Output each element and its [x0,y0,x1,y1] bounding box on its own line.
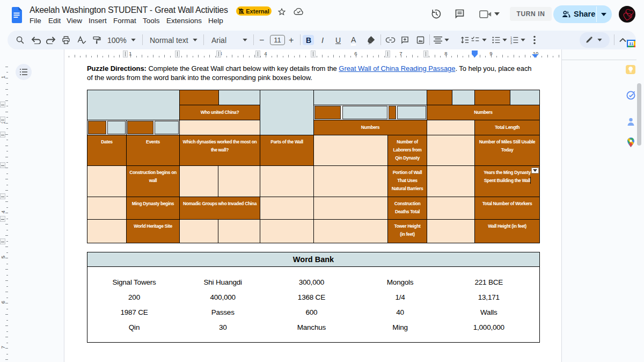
svg-text:A: A [628,15,631,19]
svg-text:L: L [625,10,628,15]
svg-text:31: 31 [629,41,633,46]
svg-text:3: 3 [510,41,512,44]
